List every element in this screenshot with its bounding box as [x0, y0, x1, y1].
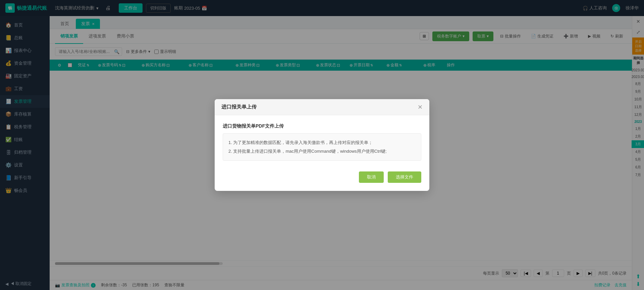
modal-title: 进口报关单上传: [221, 104, 257, 110]
modal-cancel-button[interactable]: 取消: [359, 171, 384, 183]
modal-body: 进口货物报关单PDF文件上传 1. 为了更加精准的数据匹配，请先录入海关缴款书，…: [215, 115, 429, 166]
modal-section-title: 进口货物报关单PDF文件上传: [223, 123, 421, 129]
instruction-2: 2. 支持批量上传进口报关单，mac用户使用Command键，windows用户…: [228, 147, 416, 156]
modal-close-button[interactable]: ✕: [418, 104, 423, 110]
import-modal: 进口报关单上传 ✕ 进口货物报关单PDF文件上传 1. 为了更加精准的数据匹配，…: [215, 99, 429, 191]
modal-info-box: 1. 为了更加精准的数据匹配，请先录入海关缴款书，再上传对应的报关单； 2. 支…: [223, 133, 421, 161]
modal-footer: 取消 选择文件: [215, 166, 429, 191]
modal-overlay[interactable]: 进口报关单上传 ✕ 进口货物报关单PDF文件上传 1. 为了更加精准的数据匹配，…: [0, 0, 644, 290]
select-file-button[interactable]: 选择文件: [388, 171, 421, 183]
instruction-1: 1. 为了更加精准的数据匹配，请先录入海关缴款书，再上传对应的报关单；: [228, 138, 416, 147]
modal-header: 进口报关单上传 ✕: [215, 99, 429, 115]
